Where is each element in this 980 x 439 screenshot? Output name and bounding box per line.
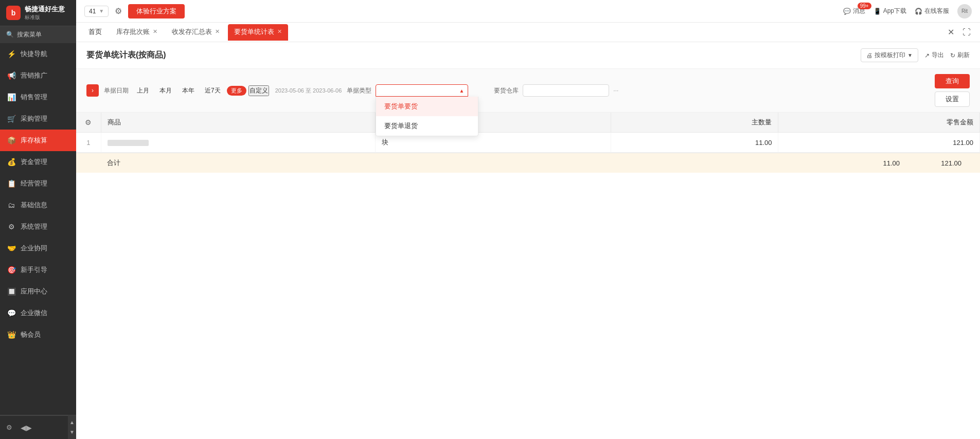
wechat-icon: 💬 xyxy=(6,308,16,318)
sidebar-label-basics: 基础信息 xyxy=(21,200,70,210)
chevron-down-icon: ▼ xyxy=(907,52,913,58)
trial-btn[interactable]: 体验行业方案 xyxy=(128,4,185,19)
dropdown-item-return[interactable]: 要货单退货 xyxy=(376,116,478,136)
tab-receive-summary[interactable]: 收发存汇总表 ✕ xyxy=(166,24,226,41)
sidebar-item-operation[interactable]: 📋 经营管理 xyxy=(0,173,76,194)
filter-actions: 查询 设置 xyxy=(935,74,970,107)
sidebar-item-quick-nav[interactable]: ⚡ 快捷导航 xyxy=(0,43,76,65)
date-btn-this-year[interactable]: 本年 xyxy=(178,85,199,97)
search-menu[interactable]: 🔍 搜索菜单 xyxy=(0,26,76,43)
filter-settings-btn[interactable]: 设置 xyxy=(935,92,970,107)
phone-icon: 📱 xyxy=(874,8,881,15)
sidebar-label-finance: 资金管理 xyxy=(21,157,70,167)
enterprise-icon: 🤝 xyxy=(6,243,16,253)
type-dropdown: 要货单要货 要货单退货 xyxy=(376,97,478,136)
table-wrapper: ⚙ 商品 主计量单位 主数量 零售金额 1 块 11.00 121.00 xyxy=(76,113,980,153)
scroll-up-icon[interactable]: ▲ xyxy=(67,417,77,427)
table-settings-gear-icon[interactable]: ⚙ xyxy=(85,118,92,126)
export-icon: ↗ xyxy=(924,52,930,59)
sidebar-item-purchase[interactable]: 🛒 采购管理 xyxy=(0,108,76,130)
date-btn-more[interactable]: 更多 xyxy=(227,86,246,96)
sidebar-label-system: 系统管理 xyxy=(21,222,70,231)
sidebar-item-marketing[interactable]: 📢 营销推广 xyxy=(0,65,76,86)
warehouse-filter-input[interactable] xyxy=(523,84,609,97)
sidebar-item-wechat[interactable]: 💬 企业微信 xyxy=(0,302,76,324)
content-area: 要货单统计表(按商品) 🖨 按模板打印 ▼ ↗ 导出 ↻ 刷新 xyxy=(76,42,980,439)
page-header: 要货单统计表(按商品) 🖨 按模板打印 ▼ ↗ 导出 ↻ 刷新 xyxy=(76,42,980,69)
app-download-btn[interactable]: 📱 App下载 xyxy=(874,7,906,15)
search-menu-label: 搜索菜单 xyxy=(17,30,42,39)
notice-btn[interactable]: 💬 消息 99+ xyxy=(843,7,865,15)
sidebar-label-operation: 经营管理 xyxy=(21,179,70,188)
sidebar-label-enterprise: 企业协同 xyxy=(21,244,70,253)
user-avatar[interactable]: Rit xyxy=(957,4,972,19)
th-index: ⚙ xyxy=(76,113,101,133)
sales-icon: 📊 xyxy=(6,92,16,102)
query-btn[interactable]: 查询 xyxy=(935,74,970,88)
sidebar-item-guide[interactable]: 🎯 新手引导 xyxy=(0,259,76,281)
tab-close-receive[interactable]: ✕ xyxy=(215,28,220,35)
company-selector[interactable]: 41 ▼ xyxy=(84,6,109,17)
sidebar-label-sales: 销售管理 xyxy=(21,93,70,102)
members-icon: 👑 xyxy=(6,330,16,340)
filter-expand-btn[interactable]: › xyxy=(86,84,99,97)
sidebar-item-inventory[interactable]: 📦 库存核算 xyxy=(0,130,76,151)
scroll-down-icon[interactable]: ▼ xyxy=(67,427,77,437)
operation-icon: 📋 xyxy=(6,178,16,189)
chevron-down-icon: ▼ xyxy=(99,8,104,14)
marketing-icon: 📢 xyxy=(6,70,16,81)
tab-expand-icon[interactable]: ⛶ xyxy=(959,27,974,38)
user-name: Rit xyxy=(957,4,972,19)
print-btn[interactable]: 🖨 按模板打印 ▼ xyxy=(861,48,918,62)
warehouse-more-icon[interactable]: ··· xyxy=(613,87,618,94)
date-filter-group: 单据日期 上月 本月 本年 近7天 更多 自定义 2023-05-06 至 20… xyxy=(104,85,342,97)
sidebar-label-wechat: 企业微信 xyxy=(21,308,70,318)
logo-icon: b xyxy=(6,6,21,20)
date-btn-last-7days[interactable]: 近7天 xyxy=(201,85,225,97)
company-selector-value: 41 xyxy=(89,8,96,15)
tab-close-batch[interactable]: ✕ xyxy=(153,28,157,35)
sidebar-footer: ⚙ ◀▶ xyxy=(0,415,68,439)
type-filter-input[interactable] xyxy=(376,84,468,97)
sidebar-item-system[interactable]: ⚙ 系统管理 xyxy=(0,216,76,237)
export-btn[interactable]: ↗ 导出 xyxy=(924,51,944,60)
headset-icon: 🎧 xyxy=(915,8,922,15)
service-btn[interactable]: 🎧 在线客服 xyxy=(915,7,949,15)
sidebar-label-purchase: 采购管理 xyxy=(21,114,70,123)
refresh-btn[interactable]: ↻ 刷新 xyxy=(950,51,970,60)
total-quantity: 11.00 xyxy=(819,159,912,167)
sidebar-item-enterprise[interactable]: 🤝 企业协同 xyxy=(0,237,76,259)
date-shortcuts: 上月 本月 本年 近7天 更多 自定义 xyxy=(133,85,269,97)
sidebar-label-appstore: 应用中心 xyxy=(21,287,70,296)
sidebar-item-basics[interactable]: 🗂 基础信息 xyxy=(0,194,76,216)
tab-home[interactable]: 首页 xyxy=(82,24,108,41)
sidebar-item-members[interactable]: 👑 畅会员 xyxy=(0,324,76,345)
tab-order-summary[interactable]: 要货单统计表 ✕ xyxy=(228,24,288,41)
settings-icon[interactable]: ⚙ xyxy=(6,424,12,431)
collapse-icon[interactable]: ◀▶ xyxy=(21,424,32,432)
dropdown-item-requisition[interactable]: 要货单要货 xyxy=(376,97,478,116)
th-product: 商品 xyxy=(101,113,376,133)
date-btn-custom[interactable]: 自定义 xyxy=(248,85,269,96)
tab-close-all-icon[interactable]: ✕ xyxy=(945,26,957,38)
warehouse-filter-group: 要货仓库 ··· xyxy=(494,84,618,97)
notice-badge: 99+ xyxy=(858,3,871,9)
app-label: App下载 xyxy=(883,7,906,15)
app-logo: b 畅捷通好生意 标准版 xyxy=(0,0,76,26)
tab-batch-account[interactable]: 库存批次账 ✕ xyxy=(110,24,164,41)
print-icon: 🖨 xyxy=(866,52,872,59)
sidebar-label-members: 畅会员 xyxy=(21,330,70,339)
sidebar-item-finance[interactable]: 💰 资金管理 xyxy=(0,151,76,173)
date-btn-this-month[interactable]: 本月 xyxy=(155,85,176,97)
sidebar-item-sales[interactable]: 📊 销售管理 xyxy=(0,86,76,108)
date-btn-last-month[interactable]: 上月 xyxy=(133,85,153,97)
tab-close-order[interactable]: ✕ xyxy=(277,28,282,35)
service-label: 在线客服 xyxy=(924,7,949,15)
guide-icon: 🎯 xyxy=(6,265,16,275)
date-range-display: 2023-05-06 至 2023-06-06 xyxy=(275,87,342,95)
notice-icon: 💬 xyxy=(843,8,851,15)
sidebar-item-appstore[interactable]: 🔲 应用中心 xyxy=(0,281,76,302)
settings-gear-icon[interactable]: ⚙ xyxy=(113,4,124,18)
sidebar-label-marketing: 营销推广 xyxy=(21,71,70,80)
appstore-icon: 🔲 xyxy=(6,286,16,297)
